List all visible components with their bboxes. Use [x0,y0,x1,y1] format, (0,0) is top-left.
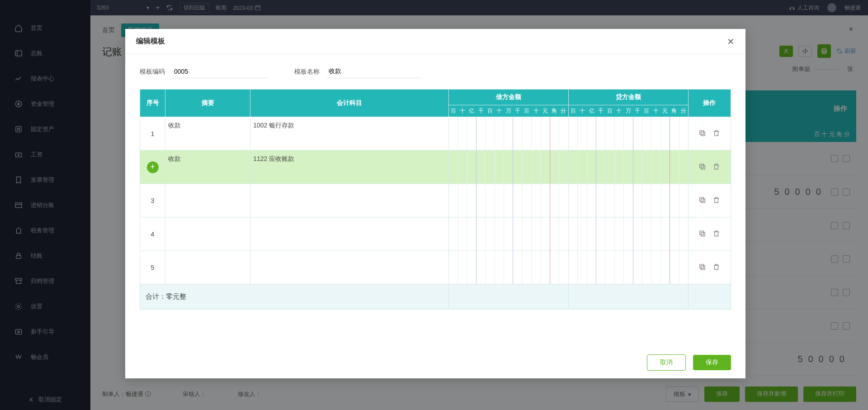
row-summary[interactable]: 收款 [165,117,250,151]
svg-rect-21 [700,231,704,234]
col-index: 序号 [140,90,165,117]
row-credit[interactable] [568,217,688,251]
svg-rect-15 [700,130,704,134]
row-subject[interactable] [250,217,448,251]
row-index: 4 [140,217,165,251]
total-cell: 合计：零元整 [140,284,449,310]
row-credit[interactable] [568,251,688,284]
total-credit [568,284,688,310]
table-row[interactable]: 4 [140,217,731,251]
row-summary[interactable] [165,251,250,284]
digit-header-credit: 百十亿千百十万千百十元角分 [568,105,688,117]
modal-title: 编辑模板 [136,37,165,46]
col-debit: 借方金额 [448,90,568,105]
row-ops [688,251,731,284]
row-credit[interactable] [568,151,688,184]
row-ops [688,151,731,184]
col-credit: 贷方金额 [568,90,688,105]
row-ops [688,184,731,217]
digit-header-debit: 百十亿千百十万千百十元角分 [448,105,568,117]
row-index: 3 [140,184,165,217]
row-subject[interactable] [250,184,448,217]
trash-icon[interactable] [712,230,720,237]
total-debit [448,284,568,310]
row-index: 5 [140,251,165,284]
cancel-button[interactable]: 取消 [647,354,686,371]
table-row[interactable]: 3 [140,184,731,217]
template-table: 序号 摘要 会计科目 借方金额 贷方金额 操作 百十亿千百十万千百十元角分 百十… [140,89,731,310]
col-ops: 操作 [688,90,731,117]
svg-rect-16 [701,165,705,169]
template-name-input[interactable] [327,65,422,78]
copy-icon[interactable] [698,163,706,170]
col-subject: 会计科目 [250,90,448,117]
row-index: 1 [140,117,165,151]
svg-rect-20 [701,232,705,236]
row-debit[interactable] [448,217,568,251]
col-summary: 摘要 [165,90,250,117]
trash-icon[interactable] [712,263,720,271]
save-button[interactable]: 保存 [693,355,731,370]
row-subject[interactable] [250,251,448,284]
table-row[interactable]: + 收款 1122 应收账款 [140,151,731,184]
trash-icon[interactable] [712,129,720,137]
copy-icon[interactable] [698,230,706,237]
template-name-label: 模板名称 [294,68,320,76]
total-ops [688,284,731,310]
row-debit[interactable] [448,184,568,217]
copy-icon[interactable] [698,196,706,204]
template-code-label: 模板编码 [140,68,165,76]
row-summary[interactable]: 收款 [165,151,250,184]
row-summary[interactable] [165,217,250,251]
row-credit[interactable] [568,184,688,217]
trash-icon[interactable] [712,163,720,170]
svg-rect-23 [700,264,704,268]
row-index: + [140,151,165,184]
svg-rect-19 [700,197,704,201]
svg-rect-17 [700,164,704,168]
edit-template-modal: 编辑模板 ✕ 模板编码 模板名称 序号 摘要 会计科目 [125,29,745,378]
table-row[interactable]: 5 [140,251,731,284]
row-subject[interactable]: 1122 应收账款 [250,151,448,184]
row-debit[interactable] [448,251,568,284]
template-code-input[interactable] [172,65,267,78]
row-ops [688,217,731,251]
modal-close-button[interactable]: ✕ [727,36,735,47]
row-subject[interactable]: 1002 银行存款 [250,117,448,151]
svg-rect-18 [701,198,705,203]
row-summary[interactable] [165,184,250,217]
row-ops [688,117,731,151]
trash-icon[interactable] [712,196,720,204]
svg-rect-14 [701,132,705,136]
table-row[interactable]: 1 收款 1002 银行存款 [140,117,731,151]
add-row-button[interactable]: + [147,161,159,173]
row-credit[interactable] [568,117,688,151]
row-debit[interactable] [448,151,568,184]
row-debit[interactable] [448,117,568,151]
copy-icon[interactable] [698,263,706,271]
svg-rect-22 [701,265,705,269]
copy-icon[interactable] [698,129,706,137]
